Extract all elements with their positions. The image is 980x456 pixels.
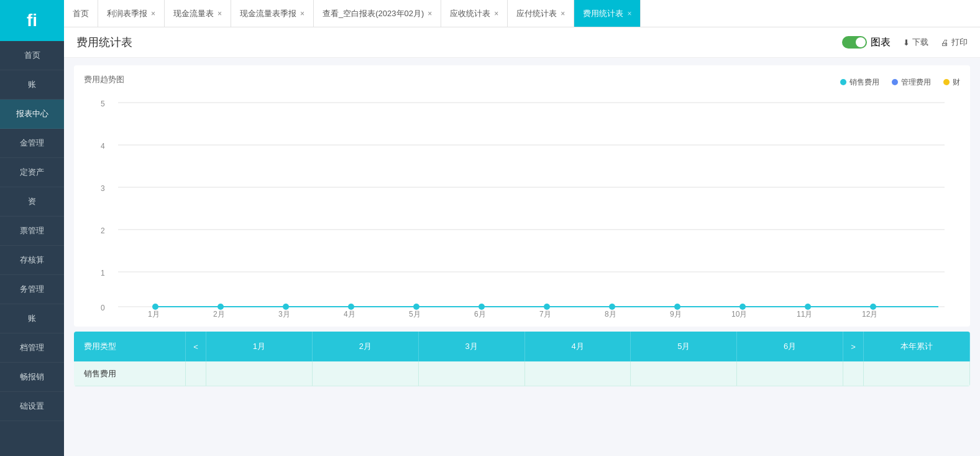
td-type-label: 销售费用	[84, 368, 116, 379]
sidebar-item-assets[interactable]: 定资产	[0, 158, 64, 187]
download-button[interactable]: ⬇ 下载	[903, 37, 928, 48]
chart-section: 费用趋势图 销售费用 管理费用 财	[74, 65, 970, 327]
tab-bar: 首页 利润表季报 × 现金流量表 × 现金流量表季报 × 查看_空白报表(202…	[64, 0, 980, 27]
download-label: 下载	[912, 37, 928, 48]
tab-receivable-close[interactable]: ×	[494, 9, 498, 18]
tab-expense[interactable]: 费用统计表 ×	[574, 0, 641, 27]
page-header: 费用统计表 图表 ⬇ 下载 🖨 打印	[64, 27, 980, 58]
tab-cashflow-quarterly[interactable]: 现金流量表季报 ×	[231, 0, 314, 27]
th-month-2: 2月	[313, 332, 419, 361]
chart-dot	[805, 304, 811, 310]
print-icon: 🖨	[941, 38, 949, 47]
tab-cashflow[interactable]: 现金流量表 ×	[165, 0, 231, 27]
th-month-3-label: 3月	[465, 341, 478, 352]
tab-cashflow-quarterly-label: 现金流量表季报	[240, 8, 296, 19]
print-label: 打印	[951, 37, 968, 48]
td-month-3	[419, 361, 525, 386]
svg-text:10月: 10月	[731, 310, 747, 318]
chart-legend: 销售费用 管理费用 财	[840, 77, 960, 88]
sidebar-item-ledger[interactable]: 账	[0, 304, 64, 333]
legend-admin: 管理费用	[892, 77, 931, 88]
sidebar-item-inventory[interactable]: 存核算	[0, 246, 64, 275]
th-type: 费用类型	[74, 332, 186, 361]
legend-admin-dot	[892, 79, 898, 85]
td-cumulative	[864, 361, 970, 386]
td-type: 销售费用	[74, 361, 186, 386]
legend-admin-label: 管理费用	[901, 77, 931, 88]
sidebar-item-expense[interactable]: 畅报销	[0, 363, 64, 392]
chart-dot	[152, 304, 158, 310]
tab-home-label: 首页	[73, 8, 89, 19]
sidebar-item-cash[interactable]: 金管理	[0, 129, 64, 158]
tab-receivable[interactable]: 应收统计表 ×	[441, 0, 508, 27]
sidebar-item-home[interactable]: 首页	[0, 41, 64, 70]
chart-dot	[609, 304, 615, 310]
tab-payable-close[interactable]: ×	[561, 9, 565, 18]
th-month-3: 3月	[419, 332, 525, 361]
svg-text:7月: 7月	[539, 310, 551, 318]
sidebar-item-archive[interactable]: 档管理	[0, 333, 64, 363]
chart-dot	[283, 304, 289, 310]
sidebar-item-resource[interactable]: 资	[0, 187, 64, 216]
tab-cashflow-label: 现金流量表	[173, 8, 214, 19]
sidebar-item-reports[interactable]: 报表中心	[0, 100, 64, 129]
table-section: 费用类型 < 1月 2月 3月 4月 5月	[74, 332, 970, 386]
sidebar-logo: fi	[0, 0, 64, 41]
tab-expense-close[interactable]: ×	[627, 9, 631, 18]
svg-text:2月: 2月	[213, 310, 225, 318]
sidebar-item-settings[interactable]: 础设置	[0, 392, 64, 421]
td-month-1	[206, 361, 313, 386]
tab-blank-report[interactable]: 查看_空白报表(2023年02月) ×	[314, 0, 441, 27]
th-month-2-label: 2月	[359, 341, 372, 352]
legend-finance-dot	[943, 79, 950, 85]
th-next-nav[interactable]: >	[843, 332, 864, 361]
tab-profit[interactable]: 利润表季报 ×	[98, 0, 165, 27]
tab-payable[interactable]: 应付统计表 ×	[508, 0, 574, 27]
tab-blank-report-close[interactable]: ×	[428, 9, 432, 18]
td-month-6	[737, 361, 843, 386]
svg-text:8月: 8月	[605, 310, 616, 318]
legend-sales-dot	[840, 79, 846, 85]
chart-toggle[interactable]	[842, 36, 867, 49]
svg-text:6月: 6月	[474, 310, 486, 318]
chart-dot	[674, 304, 680, 310]
th-prev-nav[interactable]: <	[186, 332, 206, 361]
sidebar-item-service[interactable]: 务管理	[0, 275, 64, 304]
sidebar-item-account[interactable]: 账	[0, 70, 64, 100]
legend-sales-label: 销售费用	[849, 77, 879, 88]
legend-finance: 财	[943, 77, 960, 88]
header-actions: 图表 ⬇ 下载 🖨 打印	[842, 36, 968, 49]
svg-text:4月: 4月	[344, 310, 355, 318]
legend-finance-label: 财	[953, 77, 960, 88]
svg-text:2: 2	[101, 226, 105, 235]
chart-dot	[740, 304, 746, 310]
tab-receivable-label: 应收统计表	[450, 8, 490, 19]
svg-text:11月: 11月	[797, 310, 812, 318]
chart-toggle-label: 图表	[871, 36, 891, 49]
chart-dot	[870, 304, 876, 310]
svg-text:3: 3	[101, 184, 105, 193]
chart-dot	[479, 304, 485, 310]
chart-dot	[218, 304, 224, 310]
sidebar-item-invoice[interactable]: 票管理	[0, 216, 64, 246]
chart-dot	[413, 304, 419, 310]
print-button[interactable]: 🖨 打印	[941, 37, 968, 48]
tab-cashflow-close[interactable]: ×	[218, 9, 222, 18]
content-area: 费用统计表 图表 ⬇ 下载 🖨 打印 费用趋势图	[64, 27, 980, 456]
tab-cashflow-quarterly-close[interactable]: ×	[300, 9, 305, 18]
td-spacer-1	[186, 361, 206, 386]
tab-profit-close[interactable]: ×	[151, 9, 155, 18]
trend-chart: 5 4 3 2 1 0	[84, 94, 960, 318]
chart-title: 费用趋势图	[84, 74, 124, 85]
svg-text:1: 1	[101, 269, 105, 277]
tab-expense-label: 费用统计表	[583, 8, 623, 19]
th-month-4-label: 4月	[571, 341, 584, 352]
chart-dot	[348, 304, 354, 310]
tab-home[interactable]: 首页	[64, 0, 98, 27]
svg-text:1月: 1月	[148, 310, 160, 318]
th-month-4: 4月	[525, 332, 631, 361]
sidebar: fi 首页 账 报表中心 金管理 定资产 资 票管理 存核算 务管理 账 档管理…	[0, 0, 64, 456]
th-type-label: 费用类型	[84, 341, 116, 352]
chart-toggle-wrap[interactable]: 图表	[842, 36, 891, 49]
svg-text:4: 4	[101, 142, 105, 151]
